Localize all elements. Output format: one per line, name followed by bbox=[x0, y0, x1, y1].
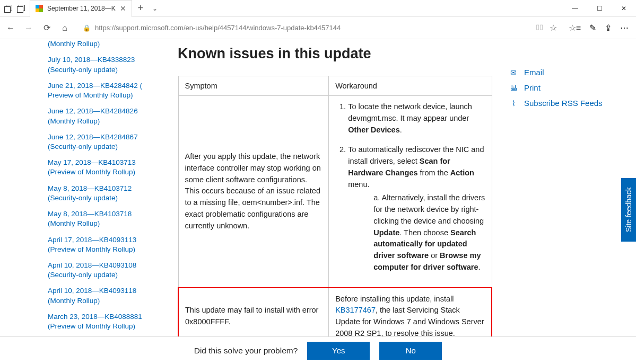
tab-dropdown-icon[interactable]: ⌄ bbox=[149, 5, 161, 12]
email-icon: ✉ bbox=[509, 68, 518, 77]
sidebar-item[interactable]: July 10, 2018—KB4338818 (Monthly Rollup) bbox=[48, 39, 143, 49]
home-button[interactable]: ⌂ bbox=[59, 23, 70, 33]
show-tabs-icon[interactable] bbox=[17, 5, 24, 12]
toolbar-right: ☆≡ ✎ ⇪ ⋯ bbox=[569, 23, 631, 33]
url-text: https://support.microsoft.com/en-us/help… bbox=[95, 24, 341, 32]
workaround-cell: To locate the network device, launch dev… bbox=[329, 96, 492, 288]
rss-link[interactable]: ⌇Subscribe RSS Feeds bbox=[509, 99, 603, 108]
table-row-highlighted: This update may fail to install with err… bbox=[178, 288, 492, 337]
kb-link[interactable]: KB3177467 bbox=[335, 306, 376, 314]
titlebar: September 11, 2018—K ✕ + ⌄ — ☐ ✕ bbox=[0, 0, 636, 17]
col-workaround: Workaround bbox=[329, 76, 492, 96]
table-row: After you apply this update, the network… bbox=[178, 96, 492, 288]
print-link[interactable]: 🖶Print bbox=[509, 83, 603, 92]
lock-icon: 🔒 bbox=[83, 24, 91, 32]
workaround-step: To automatically rediscover the NIC and … bbox=[348, 144, 485, 273]
new-tab-button[interactable]: + bbox=[132, 3, 149, 14]
site-feedback-tab[interactable]: Site feedback bbox=[621, 178, 636, 242]
forward-button[interactable]: → bbox=[23, 23, 34, 33]
set-aside-tabs-icon[interactable] bbox=[4, 5, 12, 12]
minimize-button[interactable]: — bbox=[563, 5, 587, 12]
rss-icon: ⌇ bbox=[509, 99, 518, 108]
sidebar-item[interactable]: May 17, 2018—KB4103713 (Preview of Month… bbox=[48, 158, 143, 177]
refresh-button[interactable]: ⟳ bbox=[41, 23, 52, 33]
sidebar-item[interactable]: April 10, 2018—KB4093108 (Security-only … bbox=[48, 261, 143, 280]
close-tab-icon[interactable]: ✕ bbox=[120, 4, 126, 13]
page-heading: Known issues in this update bbox=[178, 46, 492, 62]
sidebar-item[interactable]: May 8, 2018—KB4103712 (Security-only upd… bbox=[48, 184, 143, 203]
workaround-cell: Before installing this update, install K… bbox=[329, 288, 492, 337]
share-links: ✉Email 🖶Print ⌇Subscribe RSS Feeds bbox=[509, 68, 603, 114]
sidebar-item[interactable]: April 17, 2018—KB4093113 (Preview of Mon… bbox=[48, 235, 143, 254]
address-bar[interactable]: 🔒 https://support.microsoft.com/en-us/he… bbox=[77, 23, 561, 33]
symptom-cell: This update may fail to install with err… bbox=[178, 288, 329, 337]
toolbar: ← → ⟳ ⌂ 🔒 https://support.microsoft.com/… bbox=[0, 17, 636, 39]
prompt-question: Did this solve your problem? bbox=[194, 346, 298, 356]
sidebar-item[interactable]: April 10, 2018—KB4093118 (Monthly Rollup… bbox=[48, 286, 143, 305]
symptom-cell: After you apply this update, the network… bbox=[178, 96, 329, 288]
notes-icon[interactable]: ✎ bbox=[589, 23, 596, 33]
tab-actions bbox=[0, 5, 30, 12]
sidebar-item[interactable]: June 12, 2018—KB4284867 (Security-only u… bbox=[48, 132, 143, 152]
no-button[interactable]: No bbox=[379, 342, 442, 360]
known-issues-table: Symptom Workaround After you apply this … bbox=[178, 76, 492, 336]
page-content: July 10, 2018—KB4338818 (Monthly Rollup)… bbox=[0, 39, 636, 336]
main-article: Known issues in this update Symptom Work… bbox=[178, 39, 492, 336]
window-controls: — ☐ ✕ bbox=[563, 5, 636, 12]
feedback-prompt: Did this solve your problem? Yes No bbox=[0, 336, 636, 364]
share-icon[interactable]: ⇪ bbox=[605, 23, 612, 33]
reading-view-icon[interactable]: ▯▯ bbox=[536, 23, 543, 33]
favorites-hub-icon[interactable]: ☆≡ bbox=[569, 23, 581, 33]
tab-title: September 11, 2018—K bbox=[47, 5, 116, 12]
workaround-substep: a. Alternatively, install the drivers fo… bbox=[348, 192, 485, 273]
maximize-button[interactable]: ☐ bbox=[587, 5, 612, 12]
print-icon: 🖶 bbox=[509, 84, 518, 92]
favorite-icon[interactable]: ☆ bbox=[550, 23, 557, 33]
back-button[interactable]: ← bbox=[5, 23, 16, 33]
yes-button[interactable]: Yes bbox=[307, 342, 370, 360]
email-link[interactable]: ✉Email bbox=[509, 68, 603, 77]
microsoft-favicon bbox=[36, 5, 43, 12]
sidebar-nav: July 10, 2018—KB4338818 (Monthly Rollup)… bbox=[48, 39, 143, 336]
sidebar-item[interactable]: March 23, 2018—KB4088881 (Preview of Mon… bbox=[48, 312, 143, 331]
close-window-button[interactable]: ✕ bbox=[612, 5, 636, 12]
more-icon[interactable]: ⋯ bbox=[620, 23, 629, 33]
sidebar-item[interactable]: June 21, 2018—KB4284842 ( Preview of Mon… bbox=[48, 81, 143, 100]
sidebar-item[interactable]: June 12, 2018—KB4284826 (Monthly Rollup) bbox=[48, 106, 143, 126]
sidebar-item[interactable]: July 10, 2018—KB4338823 (Security-only u… bbox=[48, 55, 143, 74]
workaround-step: To locate the network device, launch dev… bbox=[348, 101, 485, 136]
sidebar-item[interactable]: May 8, 2018—KB4103718 (Monthly Rollup) bbox=[48, 209, 143, 228]
table-header-row: Symptom Workaround bbox=[178, 76, 492, 96]
browser-tab[interactable]: September 11, 2018—K ✕ bbox=[30, 0, 132, 17]
col-symptom: Symptom bbox=[178, 76, 329, 96]
